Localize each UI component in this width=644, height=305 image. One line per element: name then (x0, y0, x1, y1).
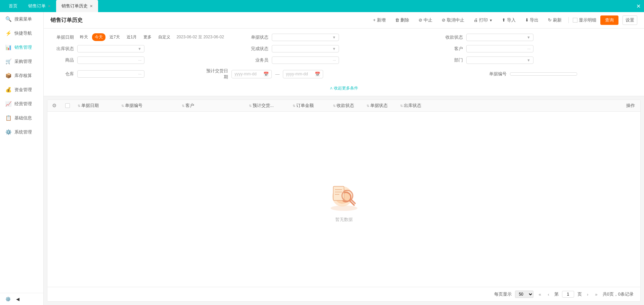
last-page-button[interactable]: » (593, 291, 599, 298)
delete-button[interactable]: 🗑 删除 (392, 16, 412, 25)
print-button[interactable]: 🖨 打印 ▼ (471, 16, 496, 25)
tab-bar: 首页 销售订单 ✕ 销售订单历史 ✕ (3, 0, 98, 12)
th-settings[interactable]: ⚙ (47, 103, 61, 109)
salesman-filter: ··· (272, 56, 443, 64)
sidebar-item-inventory[interactable]: 📦 库存核算 (0, 69, 43, 83)
complete-status-select[interactable]: ▼ (272, 45, 339, 52)
warehouse-dots: ··· (138, 72, 141, 76)
payment-status-select[interactable]: ▼ (466, 34, 533, 41)
tab-home[interactable]: 首页 (3, 0, 23, 12)
search-button[interactable]: 查询 (600, 15, 618, 25)
first-page-button[interactable]: « (537, 291, 543, 298)
sidebar-item-system[interactable]: ⚙️ 系统管理 (0, 125, 43, 139)
tab-sales-history[interactable]: 销售订单历史 ✕ (56, 0, 98, 12)
out-status-select[interactable]: ▼ (77, 45, 144, 52)
empty-text: 暂无数据 (335, 217, 353, 223)
delivery-date-from-text: yyyy-mm-dd (234, 72, 256, 76)
filter-row-2: 出库状态 ▼ 完成状态 ▼ 客户 (50, 45, 637, 52)
tab-sales-order[interactable]: 销售订单 ✕ (23, 0, 56, 12)
date-filter-content: 昨天 今天 近7天 近1月 更多 自定义 2023-06-02 至 2023-0… (77, 33, 248, 41)
sidebar-item-inventory-label: 库存核算 (14, 73, 32, 79)
page-header: 销售订单历史 + 新增 🗑 删除 ⊘ 中止 ⊘ 取消中止 🖨 打印 ▼ (44, 12, 644, 29)
page-label: 页 (577, 291, 582, 297)
date-more[interactable]: 更多 (141, 33, 154, 41)
quick-nav-icon: ⚡ (5, 30, 12, 36)
salesman-dots: ··· (333, 58, 336, 62)
show-detail-checkbox[interactable] (573, 18, 577, 23)
select-all-checkbox[interactable] (65, 103, 70, 108)
top-bar: 首页 销售订单 ✕ 销售订单历史 ✕ ✕ (0, 0, 644, 12)
sidebar-item-sales-label: 销售管理 (14, 44, 32, 50)
empty-illustration (324, 176, 364, 217)
goods-filter: ··· (77, 56, 248, 64)
th-pay-sort-icon: ⇅ (333, 104, 336, 108)
sidebar-collapse-icon[interactable]: ◀ (16, 297, 19, 302)
toolbar-divider (568, 17, 569, 23)
settings-button[interactable]: 设置 (622, 15, 637, 25)
sidebar-bottom: ⚙️ ◀ (0, 293, 43, 305)
salesman-select[interactable]: ··· (272, 56, 339, 64)
show-detail-label: 显示明细 (579, 17, 596, 23)
th-check[interactable] (61, 103, 74, 108)
bill-status-select[interactable]: ▼ (272, 34, 339, 41)
column-settings-icon[interactable]: ⚙ (52, 103, 56, 109)
next-page-button[interactable]: › (585, 291, 590, 298)
date-label: 单据日期 (50, 34, 77, 40)
cancel-stop-button[interactable]: ⊘ 取消中止 (439, 16, 467, 25)
tab-sales-history-close[interactable]: ✕ (90, 4, 93, 8)
bill-no-input[interactable] (510, 72, 577, 76)
delivery-date-to[interactable]: yyyy-mm-dd 📅 (283, 70, 323, 78)
table-header: ⚙ ⇅ 单据日期 ⇅ 单据编号 ⇅ 客户 ⇅ (47, 100, 640, 112)
close-window-button[interactable]: ✕ (636, 3, 641, 9)
sidebar-item-purchase[interactable]: 🛒 采购管理 (0, 54, 43, 69)
sidebar-item-finance[interactable]: 💰 资金管理 (0, 83, 43, 97)
sidebar-item-operations[interactable]: 📈 经营管理 (0, 97, 43, 111)
filter-row-4: 仓库 ··· 预计交货日期 yyyy-mm-dd 📅 — yyyy-mm-d (50, 68, 637, 80)
th-delivery-sort-icon: ⇅ (249, 104, 252, 108)
date-yesterday[interactable]: 昨天 (77, 33, 91, 41)
date-1month[interactable]: 近1月 (124, 33, 140, 41)
date-today[interactable]: 今天 (92, 33, 105, 41)
sidebar-item-quick-nav[interactable]: ⚡ 快捷导航 (0, 26, 43, 40)
th-num-sort-icon: ⇅ (121, 104, 124, 108)
per-page-label: 每页显示 (494, 291, 512, 297)
collapse-bar[interactable]: ∧ 收起更多条件 (50, 84, 637, 93)
th-customer-sort-icon: ⇅ (182, 104, 184, 108)
page-label-pre: 第 (554, 291, 559, 297)
prev-page-button[interactable]: ‹ (546, 291, 551, 298)
operations-icon: 📈 (5, 101, 12, 107)
goods-select[interactable]: ··· (77, 56, 144, 64)
refresh-button[interactable]: ↻ 刷新 (545, 16, 564, 25)
out-status-filter: ▼ (77, 45, 248, 52)
date-7days[interactable]: 近7天 (107, 33, 123, 41)
complete-status-filter: ▼ (272, 45, 443, 52)
sidebar-settings-icon[interactable]: ⚙️ (5, 297, 11, 302)
show-detail-toggle[interactable]: 显示明细 (573, 17, 596, 23)
import-button[interactable]: ⬆ 导入 (499, 16, 518, 25)
tab-sales-order-close[interactable]: ✕ (48, 4, 51, 8)
sidebar-item-sales[interactable]: 📊 销售管理 (0, 40, 43, 54)
date-custom[interactable]: 自定义 (156, 33, 173, 41)
sidebar-item-search-menu-label: 搜索菜单 (14, 16, 32, 22)
toolbar: + 新增 🗑 删除 ⊘ 中止 ⊘ 取消中止 🖨 打印 ▼ ⬆ 导入 (371, 15, 638, 25)
delivery-date-to-text: yyyy-mm-dd (286, 72, 308, 76)
page-title: 销售订单历史 (50, 17, 83, 24)
inventory-icon: 📦 (5, 73, 12, 79)
warehouse-select[interactable]: ··· (77, 70, 144, 78)
sidebar-item-system-label: 系统管理 (14, 129, 32, 135)
stop-button[interactable]: ⊘ 中止 (416, 16, 435, 25)
sidebar-item-search-menu[interactable]: 🔍 搜索菜单 (0, 12, 43, 26)
page-number-input[interactable] (562, 291, 574, 298)
customer-select[interactable]: ··· (466, 45, 533, 52)
sidebar-item-basic-info[interactable]: 📋 基础信息 (0, 111, 43, 125)
delivery-date-from[interactable]: yyyy-mm-dd 📅 (231, 70, 272, 78)
th-delivery: ⇅ 预计交货... (246, 103, 289, 109)
bill-status-label: 单据状态 (248, 34, 272, 40)
sidebar-item-finance-label: 资金管理 (14, 87, 32, 93)
sidebar-item-basic-info-label: 基础信息 (14, 115, 32, 121)
new-button[interactable]: + 新增 (371, 16, 388, 25)
export-button[interactable]: ⬇ 导出 (522, 16, 542, 25)
per-page-select[interactable]: 50 10 20 100 (515, 291, 533, 298)
th-out-status: ⇅ 出库状态 (397, 103, 437, 109)
dept-select[interactable]: ▼ (466, 56, 533, 64)
